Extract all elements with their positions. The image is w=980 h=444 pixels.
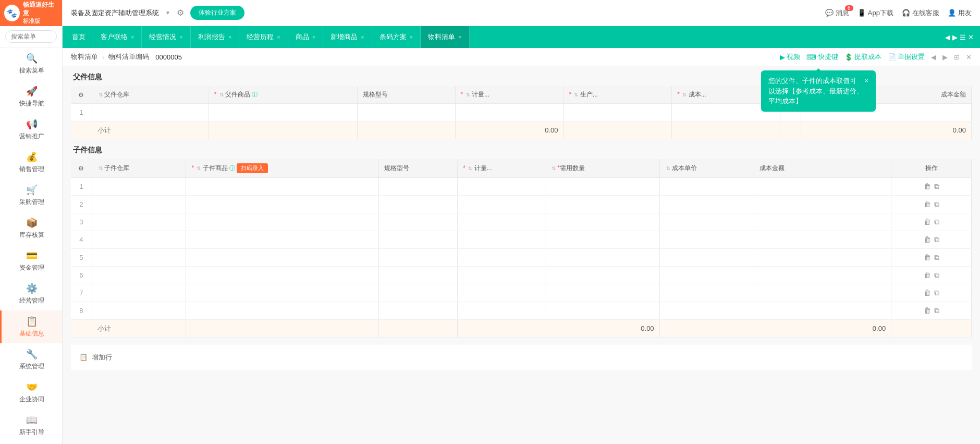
copy-icon[interactable]: ⧉ xyxy=(934,253,939,262)
child-unit-cost-cell[interactable] xyxy=(659,178,754,196)
sidebar-item-finance[interactable]: 💳 资金管理 xyxy=(0,245,62,278)
child-product-cell[interactable] xyxy=(186,231,378,249)
sidebar-item-enterprise[interactable]: 🤝 企业协同 xyxy=(0,376,62,409)
parent-product-cell[interactable] xyxy=(209,104,357,122)
tab-menu-icon[interactable]: ☰ xyxy=(960,33,966,41)
child-product-cell[interactable] xyxy=(186,267,378,284)
child-spec-cell[interactable] xyxy=(378,284,458,302)
child-spec-cell[interactable] xyxy=(378,231,458,249)
tab-operations-history[interactable]: 经营历程 × xyxy=(239,26,288,48)
child-warehouse-cell[interactable] xyxy=(92,178,186,196)
action-extract-cost[interactable]: 💲 提取成本 xyxy=(844,52,881,62)
action-shortcut[interactable]: ⌨ 快捷键 xyxy=(806,52,838,62)
child-needed-qty-cell[interactable] xyxy=(545,196,659,213)
sidebar-item-purchase[interactable]: 🛒 采购管理 xyxy=(0,179,62,212)
child-needed-qty-cell[interactable] xyxy=(545,249,659,267)
child-unit-cost-cell[interactable] xyxy=(659,196,754,213)
sidebar-item-quick-nav[interactable]: 🚀 快捷导航 xyxy=(0,80,62,113)
child-spec-cell[interactable] xyxy=(378,196,458,213)
action-view[interactable]: ▶ 视频 xyxy=(780,52,800,62)
tab-customer[interactable]: 客户联络 × xyxy=(93,26,142,48)
child-spec-cell[interactable] xyxy=(378,249,458,267)
sidebar-item-inventory[interactable]: 📦 库存核算 xyxy=(0,212,62,245)
tab-close-customer[interactable]: × xyxy=(131,34,134,40)
copy-icon[interactable]: ⧉ xyxy=(934,200,939,209)
tab-operations-status[interactable]: 经营情况 × xyxy=(142,26,190,48)
child-needed-qty-cell[interactable] xyxy=(545,284,659,302)
scan-button[interactable]: 扫码录入 xyxy=(237,163,268,173)
delete-icon[interactable]: 🗑 xyxy=(924,218,931,226)
app-download-button[interactable]: 📱 App下载 xyxy=(858,8,893,18)
child-product-cell[interactable] xyxy=(186,178,378,196)
child-qty-cell[interactable] xyxy=(458,284,545,302)
action-single-settings[interactable]: 📄 单据设置 xyxy=(888,52,925,62)
delete-icon[interactable]: 🗑 xyxy=(924,235,931,244)
child-product-cell[interactable] xyxy=(186,196,378,213)
child-warehouse-cell[interactable] xyxy=(92,231,186,249)
tab-products[interactable]: 商品 × xyxy=(288,26,323,48)
child-needed-qty-cell[interactable] xyxy=(545,231,659,249)
sidebar-item-sales[interactable]: 💰 销售管理 xyxy=(0,146,62,179)
copy-icon[interactable]: ⧉ xyxy=(934,271,939,280)
child-needed-qty-cell[interactable] xyxy=(545,302,659,320)
child-unit-cost-cell[interactable] xyxy=(659,249,754,267)
user-button[interactable]: 👤 用友 xyxy=(948,8,972,18)
child-warehouse-cell[interactable] xyxy=(92,302,186,320)
copy-icon[interactable]: ⧉ xyxy=(934,218,939,226)
tab-bom[interactable]: 物料清单 × xyxy=(421,26,469,48)
child-unit-cost-cell[interactable] xyxy=(659,267,754,284)
child-qty-cell[interactable] xyxy=(458,249,545,267)
child-warehouse-cell[interactable] xyxy=(92,284,186,302)
parent-qty-cell[interactable] xyxy=(455,104,564,122)
child-needed-qty-cell[interactable] xyxy=(545,213,659,231)
parent-spec-cell[interactable] xyxy=(357,104,455,122)
grid-view-icon[interactable]: ⊞ xyxy=(954,53,960,61)
tab-close-bom[interactable]: × xyxy=(458,34,461,40)
child-product-cell[interactable] xyxy=(186,249,378,267)
settings-icon[interactable]: ⚙ xyxy=(177,8,184,18)
sidebar-item-search[interactable]: 🔍 搜索菜单 xyxy=(0,47,62,80)
child-warehouse-cell[interactable] xyxy=(92,196,186,213)
message-button[interactable]: 💬 消息 6 xyxy=(825,8,849,18)
breadcrumb-parent[interactable]: 物料清单 xyxy=(71,52,98,62)
child-spec-cell[interactable] xyxy=(378,178,458,196)
tab-home[interactable]: 首页 xyxy=(65,26,93,48)
tab-close-new-product[interactable]: × xyxy=(361,34,364,40)
delete-icon[interactable]: 🗑 xyxy=(924,271,931,280)
child-warehouse-cell[interactable] xyxy=(92,249,186,267)
nav-next-icon[interactable]: ▶ xyxy=(942,53,948,61)
system-dropdown-arrow[interactable]: ▼ xyxy=(165,10,170,16)
add-row-label[interactable]: 增加行 xyxy=(92,353,112,362)
delete-icon[interactable]: 🗑 xyxy=(924,182,931,191)
delete-icon[interactable]: 🗑 xyxy=(924,200,931,209)
child-spec-cell[interactable] xyxy=(378,213,458,231)
tab-close-all-icon[interactable]: ✕ xyxy=(968,33,974,41)
child-qty-cell[interactable] xyxy=(458,267,545,284)
child-product-cell[interactable] xyxy=(186,302,378,320)
online-service-button[interactable]: 🎧 在线客服 xyxy=(902,8,939,18)
copy-icon[interactable]: ⧉ xyxy=(934,182,939,191)
sidebar-item-operations[interactable]: ⚙️ 经营管理 xyxy=(0,278,62,310)
child-product-cell[interactable] xyxy=(186,284,378,302)
tab-close-products[interactable]: × xyxy=(312,34,315,40)
child-qty-cell[interactable] xyxy=(458,231,545,249)
close-page-icon[interactable]: ✕ xyxy=(966,53,972,61)
child-needed-qty-cell[interactable] xyxy=(545,178,659,196)
tab-new-product[interactable]: 新增商品 × xyxy=(323,26,372,48)
tab-barcode[interactable]: 条码方案 × xyxy=(372,26,421,48)
delete-icon[interactable]: 🗑 xyxy=(924,306,931,315)
copy-icon[interactable]: ⧉ xyxy=(934,289,939,297)
child-unit-cost-cell[interactable] xyxy=(659,231,754,249)
child-qty-cell[interactable] xyxy=(458,213,545,231)
child-unit-cost-cell[interactable] xyxy=(659,284,754,302)
child-spec-cell[interactable] xyxy=(378,302,458,320)
sidebar-item-system[interactable]: 🔧 系统管理 xyxy=(0,343,62,376)
copy-icon[interactable]: ⧉ xyxy=(934,306,939,315)
sidebar-item-basic-info[interactable]: 📋 基础信息 xyxy=(0,310,62,343)
child-spec-cell[interactable] xyxy=(378,267,458,284)
nav-prev-icon[interactable]: ◀ xyxy=(931,53,936,61)
child-product-cell[interactable] xyxy=(186,213,378,231)
copy-icon[interactable]: ⧉ xyxy=(934,235,939,244)
delete-icon[interactable]: 🗑 xyxy=(924,289,931,297)
search-input[interactable] xyxy=(5,30,57,43)
